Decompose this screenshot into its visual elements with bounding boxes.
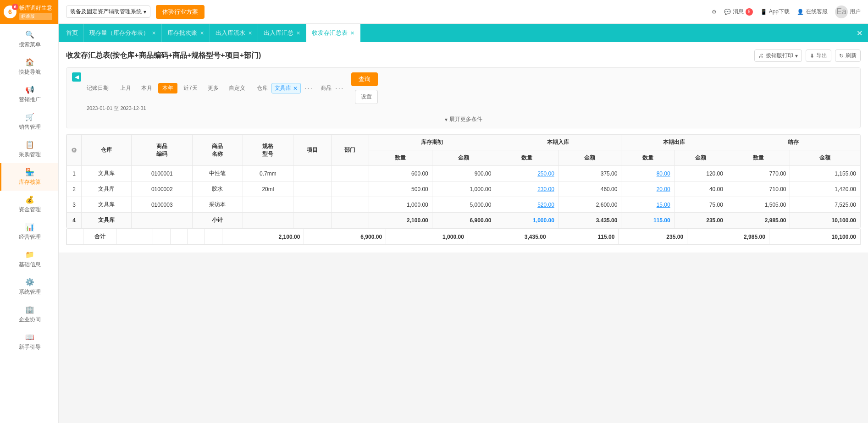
dropdown-icon: ▾ xyxy=(144,9,146,15)
system-name: 装备及固定资产辅助管理系统 xyxy=(70,8,142,16)
cell-in-qty[interactable]: 230.00 xyxy=(495,181,558,197)
date-btn-custom[interactable]: 自定义 xyxy=(225,83,249,93)
date-btn-7days[interactable]: 近7天 xyxy=(179,83,202,93)
cell-begin-amt: 5,000.00 xyxy=(432,197,495,213)
cell-in-qty-link[interactable]: 230.00 xyxy=(537,186,554,192)
tab-label: 收发存汇总表 xyxy=(312,29,348,37)
footer-in-qty: 1,000.00 xyxy=(386,229,468,245)
expand-icon: ▾ xyxy=(445,116,448,123)
user-item[interactable]: Ea 用户 xyxy=(835,5,861,18)
col-header-period-begin: 库存期初 xyxy=(369,135,495,150)
cell-out-qty-link[interactable]: 15.00 xyxy=(657,202,670,208)
query-button[interactable]: 查询 xyxy=(351,72,378,86)
cell-in-qty[interactable]: 250.00 xyxy=(495,166,558,181)
cell-goods-code xyxy=(132,213,193,228)
tab-recv-summary[interactable]: 收发存汇总表 ✕ xyxy=(306,24,360,42)
cell-department xyxy=(331,213,369,228)
collapse-button[interactable]: ◀ xyxy=(72,72,81,82)
cell-out-amt: 120.00 xyxy=(674,166,727,181)
sidebar-item-system[interactable]: ⚙️ 系统管理 xyxy=(0,273,58,301)
cell-in-qty-link[interactable]: 250.00 xyxy=(537,170,554,177)
table-gear-icon[interactable]: ⚙ xyxy=(71,147,77,154)
tab-inout-summary[interactable]: 出入库汇总 ✕ xyxy=(258,24,306,42)
cell-out-qty[interactable]: 20.00 xyxy=(621,181,674,197)
print-icon: 🖨 xyxy=(758,53,764,59)
sidebar-item-basic[interactable]: 📁 基础信息 xyxy=(0,246,58,273)
sidebar-item-purchase[interactable]: 📋 采购管理 xyxy=(0,136,58,163)
sidebar-item-label: 企业协同 xyxy=(19,316,41,324)
experience-button[interactable]: 体验行业方案 xyxy=(156,5,205,19)
warehouse-filter: 仓库 文具库 ✕ ··· xyxy=(257,83,313,93)
sidebar-nav: 🔍 搜索菜单 🏠 快捷导航 📢 营销推广 🛒 销售管理 📋 采购管理 🏪 库存核… xyxy=(0,24,58,423)
cell-out-qty-link[interactable]: 80.00 xyxy=(657,170,670,177)
cell-goods-code: 0100002 xyxy=(132,181,193,197)
system-selector[interactable]: 装备及固定资产辅助管理系统 ▾ xyxy=(66,5,150,18)
sidebar-item-enterprise[interactable]: 🏢 企业协同 xyxy=(0,301,58,328)
export-button[interactable]: ⬇ 导出 xyxy=(806,49,831,62)
expand-button[interactable]: ▾ 展开更多条件 xyxy=(445,115,482,123)
cell-out-qty[interactable]: 115.00 xyxy=(621,213,674,228)
tab-close-icon[interactable]: ✕ xyxy=(248,30,252,36)
goods-more[interactable]: ··· xyxy=(335,84,344,93)
cell-in-qty[interactable]: 520.00 xyxy=(495,197,558,213)
filter-main: 记账日期 上月 本月 本年 近7天 更多 自定义 仓库 xyxy=(87,72,378,112)
data-table: ⚙ 仓库 商品编码 商品名称 规格型号 项目 部门 库存期初 本期入库 本期出库… xyxy=(66,134,860,228)
date-btn-this-year[interactable]: 本年 xyxy=(158,83,177,93)
tab-close-icon[interactable]: ✕ xyxy=(152,30,156,36)
refresh-icon: ↻ xyxy=(839,53,844,59)
tab-bar-close-icon[interactable]: ✕ xyxy=(853,29,866,38)
sidebar: 6 6 畅库调好生意 标准版 🔍 搜索菜单 🏠 快捷导航 📢 营销推广 🛒 销售… xyxy=(0,0,59,423)
col-header-period-out: 本期出库 xyxy=(621,135,727,150)
sidebar-item-search[interactable]: 🔍 搜索菜单 xyxy=(0,26,58,53)
cell-in-amt: 2,600.00 xyxy=(558,197,621,213)
cell-goods-name: 胶水 xyxy=(193,181,243,197)
cell-project xyxy=(293,181,331,197)
sidebar-item-marketing[interactable]: 📢 营销推广 xyxy=(0,81,58,108)
sidebar-item-sales[interactable]: 🛒 销售管理 xyxy=(0,108,58,136)
phone-icon: 📱 xyxy=(760,9,767,15)
tab-home[interactable]: 首页 xyxy=(61,24,84,42)
settings-button[interactable]: 设置 xyxy=(355,90,378,104)
dropdown-icon: ▾ xyxy=(795,53,798,59)
table-row: 2文具库0100002胶水20ml500.001,000.00230.00460… xyxy=(67,181,860,197)
cell-seq: 4 xyxy=(67,213,82,228)
cell-in-qty-link[interactable]: 1,000.00 xyxy=(533,217,554,224)
settings-header-item[interactable]: ⚙ xyxy=(712,9,717,15)
tab-inventory-dist[interactable]: 现存量（库存分布表） ✕ xyxy=(84,24,162,42)
cell-begin-qty: 1,000.00 xyxy=(369,197,432,213)
date-btn-this-month[interactable]: 本月 xyxy=(137,83,156,93)
sidebar-item-label: 搜索菜单 xyxy=(19,41,41,49)
date-btn-last-month[interactable]: 上月 xyxy=(116,83,135,93)
sidebar-item-inventory[interactable]: 🏪 库存核算 xyxy=(0,163,58,191)
sidebar-item-newbie[interactable]: 📖 新手引导 xyxy=(0,328,58,356)
date-range: 2023-01-01 至 2023-12-31 xyxy=(87,105,378,112)
sidebar-item-quick[interactable]: 🏠 快捷导航 xyxy=(0,53,58,81)
tab-inout-flow[interactable]: 出入库流水 ✕ xyxy=(210,24,258,42)
cell-out-qty-link[interactable]: 20.00 xyxy=(657,186,670,192)
marketing-icon: 📢 xyxy=(25,85,34,94)
refresh-button[interactable]: ↻ 刷新 xyxy=(835,49,861,62)
warehouse-tag-close[interactable]: ✕ xyxy=(293,85,298,92)
cell-out-qty[interactable]: 80.00 xyxy=(621,166,674,181)
print-button[interactable]: 🖨 拨销版打印 ▾ xyxy=(754,49,802,62)
cell-goods-spec: 20ml xyxy=(243,181,293,197)
tab-close-icon[interactable]: ✕ xyxy=(200,30,204,36)
warehouse-more[interactable]: ··· xyxy=(304,84,313,93)
sidebar-item-operations[interactable]: 📊 经营管理 xyxy=(0,218,58,246)
tab-close-icon[interactable]: ✕ xyxy=(296,30,300,36)
cell-out-qty-link[interactable]: 115.00 xyxy=(653,217,670,224)
cell-goods-code: 0100001 xyxy=(132,166,193,181)
col-header-goods-name: 商品名称 xyxy=(193,135,243,166)
cell-in-qty[interactable]: 1,000.00 xyxy=(495,213,558,228)
col-header-goods-spec: 规格型号 xyxy=(243,135,293,166)
sidebar-item-finance[interactable]: 💰 资金管理 xyxy=(0,191,58,218)
cell-in-amt: 3,435.00 xyxy=(558,213,621,228)
cell-in-qty-link[interactable]: 520.00 xyxy=(537,202,554,208)
app-download-item[interactable]: 📱 App下载 xyxy=(760,8,790,16)
date-btn-more[interactable]: 更多 xyxy=(204,83,223,93)
tab-close-active-icon[interactable]: ✕ xyxy=(350,30,354,36)
message-item[interactable]: 💬 消息 6 xyxy=(724,8,753,16)
online-service-item[interactable]: 👤 在线客服 xyxy=(797,8,828,16)
cell-out-qty[interactable]: 15.00 xyxy=(621,197,674,213)
tab-batch[interactable]: 库存批次账 ✕ xyxy=(162,24,210,42)
